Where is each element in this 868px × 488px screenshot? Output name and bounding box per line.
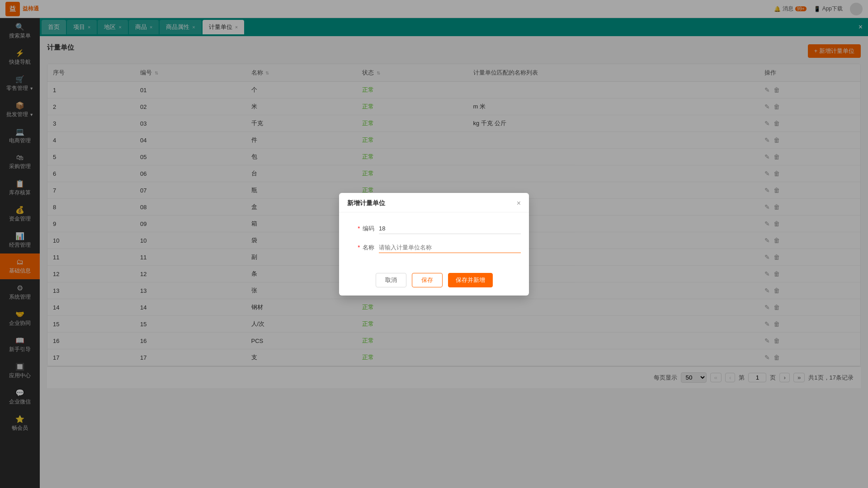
save-and-new-button[interactable]: 保存并新增 [448, 273, 493, 287]
cancel-button[interactable]: 取消 [376, 273, 406, 287]
name-field-row: * 名称 [347, 242, 521, 253]
modal-overlay: 新增计量单位 × * 编码 * 名称 取消 保存 保存并新增 [0, 0, 868, 488]
name-field-label: * 名称 [347, 244, 374, 252]
required-mark: * [358, 225, 360, 232]
modal-title: 新增计量单位 [347, 199, 385, 207]
modal-footer: 取消 保存 保存并新增 [339, 268, 529, 296]
modal-header: 新增计量单位 × [339, 193, 529, 212]
modal-close-button[interactable]: × [517, 199, 521, 207]
code-field-label: * 编码 [347, 225, 374, 233]
name-input[interactable] [379, 242, 521, 253]
add-unit-modal: 新增计量单位 × * 编码 * 名称 取消 保存 保存并新增 [339, 193, 529, 296]
code-input[interactable] [379, 223, 521, 234]
save-button[interactable]: 保存 [412, 273, 443, 287]
modal-body: * 编码 * 名称 [339, 212, 529, 268]
required-mark-name: * [358, 244, 360, 251]
code-field-row: * 编码 [347, 223, 521, 234]
